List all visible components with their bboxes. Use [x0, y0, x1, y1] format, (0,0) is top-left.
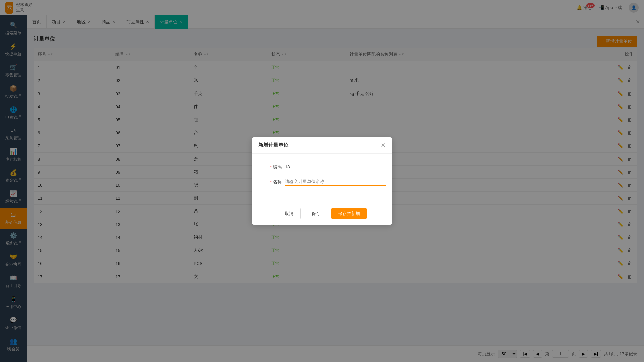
modal-close-button[interactable]: ✕	[381, 142, 386, 148]
cancel-button[interactable]: 取消	[278, 208, 301, 219]
modal-footer: 取消 保存 保存并新增	[252, 202, 392, 225]
save-and-new-button[interactable]: 保存并新增	[331, 208, 367, 219]
form-item-code: 编码	[258, 163, 386, 171]
add-unit-modal: 新增计量单位 ✕ 编码 名称 取消 保存 保存并新增	[252, 137, 392, 225]
modal-body: 编码 名称	[252, 154, 392, 202]
modal-title: 新增计量单位	[258, 142, 288, 148]
save-button[interactable]: 保存	[305, 208, 327, 219]
modal-overlay: 新增计量单位 ✕ 编码 名称 取消 保存 保存并新增	[0, 0, 644, 362]
name-label: 名称	[258, 179, 282, 185]
code-input[interactable]	[285, 163, 386, 171]
form-item-name: 名称	[258, 178, 386, 186]
modal-header: 新增计量单位 ✕	[252, 137, 392, 154]
name-input[interactable]	[285, 178, 386, 186]
code-label: 编码	[258, 164, 282, 170]
